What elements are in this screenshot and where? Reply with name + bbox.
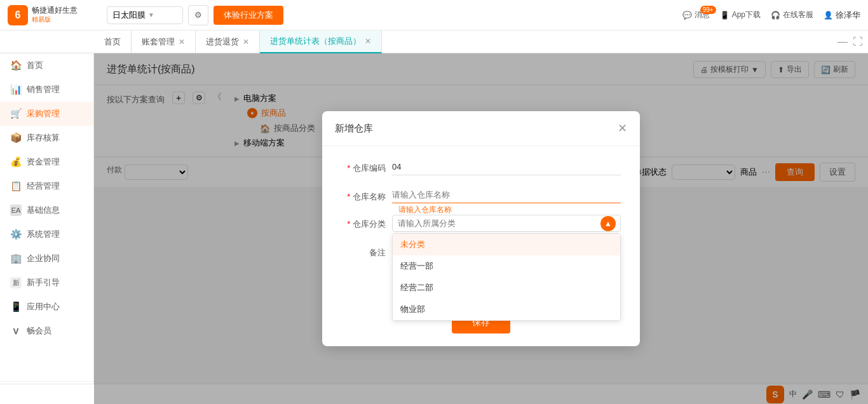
sidebar-item-basic[interactable]: EA 基础信息 <box>0 198 93 222</box>
tab-purchase-stats-close[interactable]: ✕ <box>365 37 371 46</box>
warehouse-category-label: 仓库分类 <box>341 215 392 230</box>
warehouse-code-input[interactable] <box>392 159 621 175</box>
sidebar-item-home[interactable]: 🏠 首页 <box>0 53 93 77</box>
sales-icon: 📊 <box>10 84 22 95</box>
top-right-actions: 💬 消息 99+ 📱 App下载 🎧 在线客服 👤 徐泽华 <box>682 10 860 21</box>
app-download-button[interactable]: 📱 App下载 <box>720 10 761 20</box>
inventory-icon: 📦 <box>10 132 22 144</box>
logo-area: 6 畅捷通好生意 精易版 <box>8 5 102 25</box>
notes-label: 备注 <box>341 243 392 259</box>
warehouse-category-select-wrap: ▲ 未分类 经营一部 经营二部 物业部 <box>392 215 621 232</box>
app-edition: 精易版 <box>32 15 78 24</box>
sidebar-item-operation[interactable]: 📋 经营管理 <box>0 174 93 198</box>
main-layout: 🏠 首页 📊 销售管理 🛒 采购管理 📦 库存核算 💰 资金管理 📋 经营管理 … <box>0 53 868 404</box>
app-download-label: App下载 <box>732 10 761 20</box>
sidebar-label-operation: 经营管理 <box>27 180 60 192</box>
tab-purchase-return[interactable]: 进货退货 ✕ <box>196 30 260 53</box>
sidebar-item-system[interactable]: ⚙️ 系统管理 <box>0 222 93 246</box>
system-icon: ⚙️ <box>10 229 22 240</box>
sidebar-label-sales: 销售管理 <box>27 84 60 95</box>
app-name: 畅捷通好生意 <box>32 6 78 16</box>
sidebar-item-purchase[interactable]: 🛒 采购管理 <box>0 102 93 126</box>
messages-button[interactable]: 💬 消息 99+ <box>682 10 710 20</box>
customer-service-label: 在线客服 <box>783 10 813 20</box>
operation-icon: 📋 <box>10 180 22 192</box>
add-warehouse-dialog: 新增仓库 ✕ 仓库编码 仓库名称 请输入仓库名称 <box>322 111 640 346</box>
sidebar-label-finance: 资金管理 <box>27 156 60 168</box>
sidebar-item-vip[interactable]: V 畅会员 <box>0 319 93 343</box>
dropdown-item-dept2[interactable]: 经营二部 <box>393 277 620 299</box>
sidebar-label-enterprise: 企业协同 <box>27 253 60 264</box>
warehouse-name-input[interactable] <box>392 187 621 203</box>
chevron-down-icon: ▼ <box>148 11 154 18</box>
tab-purchase-return-close[interactable]: ✕ <box>243 37 249 46</box>
sidebar-item-enterprise[interactable]: 🏢 企业协同 <box>0 246 93 271</box>
tab-home-label: 首页 <box>104 36 121 48</box>
guide-icon: 新 <box>10 277 22 288</box>
headset-icon: 🎧 <box>771 11 780 20</box>
content-area: 进货单统计(按商品) 🖨 按模板打印 ▼ ⬆ 导出 🔄 刷新 按以下方案查询 <box>94 53 868 404</box>
trial-button[interactable]: 体验行业方案 <box>214 6 283 25</box>
tab-account-close[interactable]: ✕ <box>179 37 185 46</box>
dialog-title: 新增仓库 <box>335 123 373 135</box>
settings-button[interactable]: ⚙ <box>188 5 208 25</box>
appcenter-icon: 📱 <box>10 301 22 313</box>
finance-icon: 💰 <box>10 156 22 168</box>
sidebar-label-vip: 畅会员 <box>27 325 51 337</box>
sidebar-item-finance[interactable]: 💰 资金管理 <box>0 150 93 174</box>
sidebar-label-inventory: 库存核算 <box>27 132 60 144</box>
warehouse-name-row: 仓库名称 请输入仓库名称 <box>341 187 621 203</box>
tab-purchase-stats-label: 进货单统计表（按商品） <box>270 36 361 47</box>
tab-purchase-stats[interactable]: 进货单统计表（按商品） ✕ <box>260 30 382 53</box>
dropdown-item-dept3[interactable]: 物业部 <box>393 299 620 320</box>
dialog-body: 仓库编码 仓库名称 请输入仓库名称 仓库分类 <box>322 146 640 306</box>
purchase-icon: 🛒 <box>10 108 22 119</box>
user-icon: 👤 <box>824 11 833 20</box>
tab-minimize-icon[interactable]: — <box>837 36 848 48</box>
dropdown-item-dept1[interactable]: 经营一部 <box>393 255 620 277</box>
warehouse-name-error: 请输入仓库名称 <box>398 205 452 215</box>
user-profile[interactable]: 👤 徐泽华 <box>824 10 860 21</box>
tab-home[interactable]: 首页 <box>94 30 132 53</box>
sidebar: 🏠 首页 📊 销售管理 🛒 采购管理 📦 库存核算 💰 资金管理 📋 经营管理 … <box>0 53 94 404</box>
sidebar-item-inventory[interactable]: 📦 库存核算 <box>0 126 93 150</box>
basic-icon: EA <box>10 205 22 216</box>
vip-icon: V <box>10 325 22 337</box>
tab-account-label: 账套管理 <box>142 36 175 48</box>
tab-right-controls: — ⛶ <box>837 36 868 48</box>
warehouse-category-input[interactable] <box>392 215 621 232</box>
warehouse-category-row: 仓库分类 ▲ 未分类 经营一部 经营二部 物业部 <box>341 215 621 232</box>
tab-expand-icon[interactable]: ⛶ <box>853 36 863 48</box>
sidebar-label-purchase: 采购管理 <box>27 108 60 119</box>
sidebar-item-sales[interactable]: 📊 销售管理 <box>0 77 93 102</box>
warehouse-code-label: 仓库编码 <box>341 159 392 174</box>
tab-purchase-return-label: 进货退货 <box>206 36 239 48</box>
app-logo-icon: 6 <box>8 5 28 25</box>
message-icon: 💬 <box>682 11 692 20</box>
sidebar-label-home: 首页 <box>27 60 43 71</box>
dialog-header: 新增仓库 ✕ <box>322 111 640 146</box>
dropdown-item-uncategorized[interactable]: 未分类 <box>393 234 620 255</box>
tab-account[interactable]: 账套管理 ✕ <box>132 30 196 53</box>
category-dropdown-toggle[interactable]: ▲ <box>600 216 616 231</box>
customer-service-button[interactable]: 🎧 在线客服 <box>771 10 813 20</box>
sidebar-item-guide[interactable]: 新 新手引导 <box>0 271 93 295</box>
warehouse-name-label: 仓库名称 <box>341 187 392 203</box>
sidebar-label-system: 系统管理 <box>27 229 60 240</box>
dialog-close-button[interactable]: ✕ <box>618 121 627 135</box>
store-selector[interactable]: 日太阳膜 ▼ <box>107 6 183 24</box>
tab-bar: 首页 账套管理 ✕ 进货退货 ✕ 进货单统计表（按商品） ✕ — ⛶ <box>0 30 868 53</box>
store-name-label: 日太阳膜 <box>112 10 146 21</box>
home-icon: 🏠 <box>10 60 22 71</box>
sidebar-label-appcenter: 应用中心 <box>27 301 60 313</box>
category-dropdown-list: 未分类 经营一部 经营二部 物业部 <box>392 233 621 321</box>
messages-badge: 99+ <box>700 6 716 14</box>
sidebar-item-appcenter[interactable]: 📱 应用中心 <box>0 295 93 319</box>
warehouse-code-row: 仓库编码 <box>341 159 621 175</box>
modal-overlay: 新增仓库 ✕ 仓库编码 仓库名称 请输入仓库名称 <box>94 53 868 404</box>
mobile-icon: 📱 <box>720 11 729 20</box>
sidebar-label-basic: 基础信息 <box>27 205 60 216</box>
top-bar: 6 畅捷通好生意 精易版 日太阳膜 ▼ ⚙ 体验行业方案 💬 消息 99+ 📱 … <box>0 0 868 30</box>
enterprise-icon: 🏢 <box>10 253 22 264</box>
sidebar-label-guide: 新手引导 <box>27 277 60 288</box>
